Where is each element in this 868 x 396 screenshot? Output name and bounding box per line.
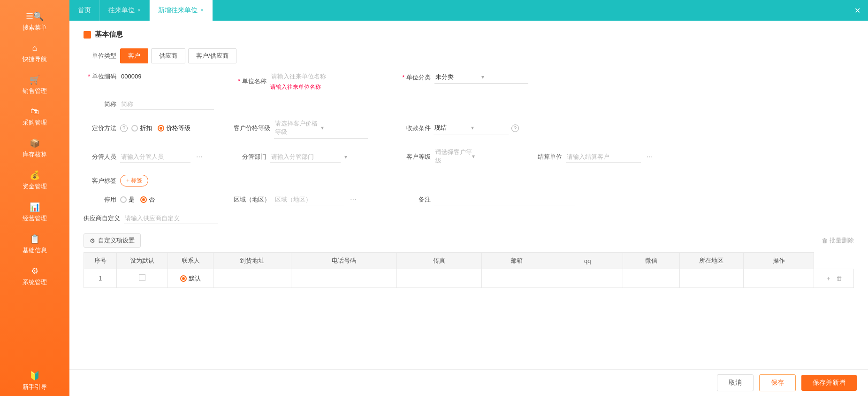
tab-new-partner-close[interactable]: × <box>200 7 204 14</box>
pricing-discount-radio[interactable] <box>131 125 138 132</box>
unit-code-label: 单位编码 <box>84 72 116 81</box>
batch-delete-button[interactable]: 🗑 批量删除 <box>822 236 854 245</box>
phone-input[interactable] <box>416 273 463 284</box>
unit-name-input[interactable] <box>270 71 373 82</box>
col-action: 操作 <box>743 253 814 269</box>
address-input[interactable] <box>313 273 374 284</box>
short-name-input[interactable] <box>120 99 214 110</box>
sidebar-item-quicknav[interactable]: ⌂ 快捷导航 <box>0 37 69 68</box>
qq-input[interactable] <box>637 273 665 284</box>
pricing-help-icon[interactable]: ? <box>120 124 128 132</box>
manager-input[interactable] <box>120 151 190 163</box>
guide-icon: 🔰 <box>30 371 40 381</box>
row-checkbox[interactable] <box>139 274 145 281</box>
unit-name-error: 请输入往来单位名称 <box>270 83 373 91</box>
customer-level-group: 客户等级 请选择客户等级 ▾ <box>398 146 529 167</box>
sidebar-item-system[interactable]: ⚙ 系统管理 <box>0 259 69 291</box>
cell-checkbox[interactable] <box>117 269 168 288</box>
chevron-down-icon3: ▾ <box>471 124 508 131</box>
pricing-radio-group: 折扣 价格等级 <box>131 124 190 132</box>
save-new-button[interactable]: 保存并新增 <box>801 375 857 391</box>
tab-home[interactable]: 首页 <box>69 0 100 21</box>
sidebar-item-guide[interactable]: 🔰 新手引导 <box>0 364 69 396</box>
custom-settings-button[interactable]: ⚙ 自定义项设置 <box>84 233 141 248</box>
payment-terms-group: 收款条件 现结 ▾ ? <box>398 122 557 134</box>
disabled-radio-group: 是 否 <box>120 195 155 204</box>
window-close-button[interactable]: ✕ <box>854 6 860 15</box>
dept-input[interactable] <box>270 151 341 163</box>
customer-level-select[interactable]: 请选择客户等级 ▾ <box>434 146 510 167</box>
email-input[interactable] <box>569 273 606 284</box>
unit-category-select[interactable]: 未分类 ▾ <box>434 71 528 84</box>
tab-partners[interactable]: 往来单位 × <box>100 0 150 21</box>
default-radio[interactable] <box>180 275 187 282</box>
cancel-button[interactable]: 取消 <box>717 374 754 391</box>
supplier-custom-input[interactable] <box>124 213 218 224</box>
sidebar-item-operations[interactable]: 📊 经营管理 <box>0 195 69 227</box>
sidebar-item-search[interactable]: ☰🔍 搜索菜单 <box>0 5 69 37</box>
manager-more-icon[interactable]: ··· <box>194 153 204 161</box>
remark-input[interactable] <box>434 194 575 205</box>
cell-qq[interactable] <box>623 269 680 288</box>
table-section: ⚙ 自定义项设置 🗑 批量删除 序号 设为默认 联系人 到货地址 电话号码 <box>84 233 854 288</box>
unit-type-label: 单位类型 <box>84 52 116 60</box>
settlement-unit-group: 结算单位 ··· <box>529 151 854 163</box>
sidebar-item-finance[interactable]: 💰 资金管理 <box>0 163 69 195</box>
pricing-discount-label[interactable]: 折扣 <box>131 124 152 132</box>
btn-both[interactable]: 客户/供应商 <box>188 48 236 63</box>
add-tag-button[interactable]: + 标签 <box>120 175 148 186</box>
pricing-level-label[interactable]: 价格等级 <box>158 124 190 132</box>
customer-price-level-group: 客户价格等级 请选择客户价格等级 ▾ <box>234 117 398 139</box>
col-default: 设为默认 <box>117 253 168 269</box>
chevron-down-icon5: ▾ <box>472 153 509 160</box>
cell-no: 1 <box>84 269 117 288</box>
supplier-custom-label: 供应商自定义 <box>84 214 120 223</box>
disabled-yes-label[interactable]: 是 <box>120 195 135 204</box>
sidebar-item-basic[interactable]: 📋 基础信息 <box>0 227 69 259</box>
region-more-icon[interactable]: ··· <box>348 195 358 204</box>
default-radio-label[interactable]: 默认 <box>180 274 201 283</box>
sidebar-item-sales[interactable]: 🛒 销售管理 <box>0 68 69 100</box>
cell-phone[interactable] <box>397 269 482 288</box>
pricing-level-radio[interactable] <box>158 125 164 132</box>
sidebar-item-purchase[interactable]: 🛍 采购管理 <box>0 100 69 132</box>
fax-input[interactable] <box>498 273 535 284</box>
btn-customer[interactable]: 客户 <box>120 48 148 63</box>
cell-fax[interactable] <box>481 269 552 288</box>
row-region-input[interactable] <box>760 273 798 284</box>
dept-select[interactable]: ▾ <box>344 154 347 160</box>
section-icon <box>84 31 91 39</box>
payment-terms-select[interactable]: 现结 ▾ <box>434 122 509 134</box>
row-add-icon[interactable]: ＋ <box>825 275 831 282</box>
save-button[interactable]: 保存 <box>759 374 796 391</box>
contacts-table: 序号 设为默认 联系人 到货地址 电话号码 传真 邮箱 qq 微信 所在地区 操… <box>84 252 854 288</box>
cell-contact-name[interactable] <box>213 269 291 288</box>
disabled-no-radio[interactable] <box>140 196 147 203</box>
cell-address[interactable] <box>291 269 396 288</box>
btn-supplier[interactable]: 供应商 <box>151 48 185 63</box>
chevron-down-icon: ▾ <box>481 74 527 80</box>
gear-icon: ⚙ <box>90 237 95 244</box>
contact-name-input[interactable] <box>231 273 273 284</box>
cell-email[interactable] <box>552 269 623 288</box>
cell-wechat[interactable] <box>679 269 743 288</box>
disabled-no-label[interactable]: 否 <box>140 195 155 204</box>
cell-row-region[interactable] <box>743 269 814 288</box>
col-email: 邮箱 <box>481 253 552 269</box>
sidebar-item-inventory[interactable]: 📦 库存核算 <box>0 132 69 163</box>
short-name-row: 简称 <box>84 99 854 110</box>
pricing-row: 定价方法 ? 折扣 价格等级 客户价格等级 请选择客户价格等级 <box>84 117 854 139</box>
pricing-label: 定价方法 <box>84 124 116 132</box>
wechat-input[interactable] <box>695 273 728 284</box>
row-delete-icon[interactable]: 🗑 <box>836 275 842 282</box>
tab-partners-close[interactable]: × <box>137 7 141 14</box>
customer-price-level-select[interactable]: 请选择客户价格等级 ▾ <box>274 117 368 139</box>
settlement-unit-input[interactable] <box>566 151 641 163</box>
disabled-yes-radio[interactable] <box>120 196 127 203</box>
search-icon: ☰🔍 <box>26 11 44 22</box>
region-input[interactable] <box>274 194 344 205</box>
settlement-more-icon[interactable]: ··· <box>645 153 655 161</box>
tab-new-partner[interactable]: 新增往来单位 × <box>150 0 213 21</box>
payment-help-icon[interactable]: ? <box>511 124 519 132</box>
unit-code-input[interactable] <box>120 71 195 82</box>
